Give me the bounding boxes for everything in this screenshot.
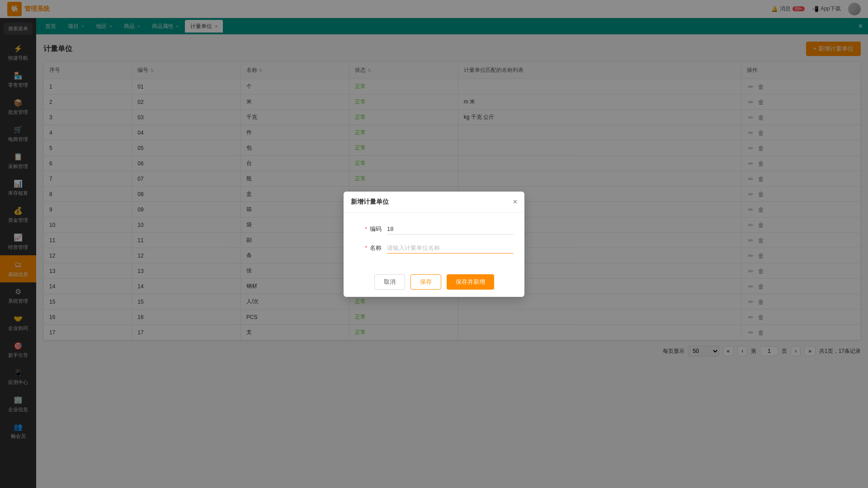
name-required-mark: * <box>365 244 367 251</box>
code-form-row: * 编码 <box>354 224 514 235</box>
code-input[interactable] <box>387 224 514 235</box>
name-form-row: * 名称 <box>354 243 514 253</box>
modal-header: 新增计量单位 × <box>344 192 524 213</box>
cancel-button[interactable]: 取消 <box>374 274 405 290</box>
name-input[interactable] <box>387 243 514 253</box>
save-and-new-button[interactable]: 保存并新增 <box>447 274 494 290</box>
modal-close-btn[interactable]: × <box>513 198 517 206</box>
modal-overlay: 新增计量单位 × * 编码 * 名称 取消 保存 保存并新增 <box>0 0 868 488</box>
code-label: * 编码 <box>354 225 382 233</box>
modal-body: * 编码 * 名称 <box>344 213 524 269</box>
modal-footer: 取消 保存 保存并新增 <box>344 269 524 297</box>
name-label: * 名称 <box>354 244 382 252</box>
add-unit-modal: 新增计量单位 × * 编码 * 名称 取消 保存 保存并新增 <box>344 192 524 297</box>
save-button[interactable]: 保存 <box>410 274 441 290</box>
modal-title: 新增计量单位 <box>351 198 389 206</box>
code-required-mark: * <box>365 225 367 232</box>
